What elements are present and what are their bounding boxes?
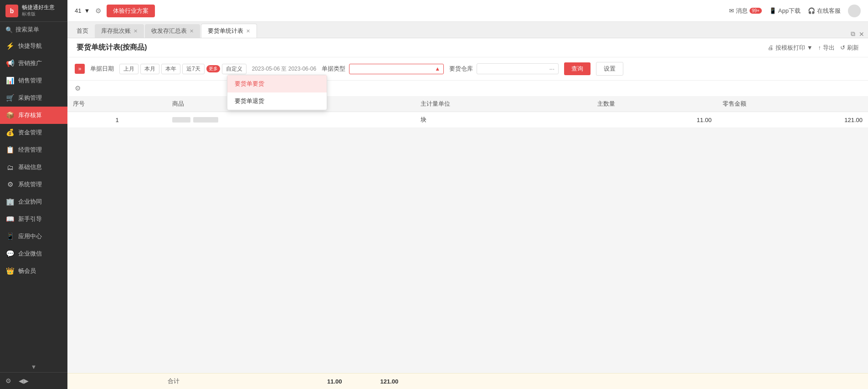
type-dropdown: 要货单要货 要货单退货 <box>227 75 327 110</box>
sidebar-logo: b 畅捷通好生意 标准版 <box>0 0 67 22</box>
table-header-row: 序号 商品 主计量单位 主数量 零售金额 <box>67 96 868 112</box>
col-amount: 零售金额 <box>717 96 868 112</box>
print-icon: 🖨 <box>768 44 774 51</box>
export-icon: ↑ <box>818 44 822 51</box>
filter-expand-button[interactable]: » <box>75 64 85 74</box>
brand-icon: b <box>5 5 18 17</box>
refresh-button[interactable]: ↺ 刷新 <box>840 44 859 52</box>
sidebar-item-finance[interactable]: 💰 资金管理 <box>0 124 67 141</box>
sidebar-item-purchase[interactable]: 🛒 采购管理 <box>0 89 67 107</box>
sidebar-item-wechat[interactable]: 💬 企业微信 <box>0 245 67 262</box>
main-area: 41 ▼ ⚙ 体验行业方案 ✉ 消息 99+ 📱 App下载 🎧 在线客服 首页 <box>67 0 868 389</box>
dropdown-item-order-return[interactable]: 要货单退货 <box>227 92 327 110</box>
tab-close-inventory-batch[interactable]: ✕ <box>134 28 138 34</box>
sidebar-item-inventory[interactable]: 📦 库存核算 <box>0 107 67 124</box>
table-toolbar: ⚙ <box>67 81 868 96</box>
query-button[interactable]: 查询 <box>564 62 591 75</box>
sidebar-bottom: ⚙ ◀▶ <box>0 372 67 389</box>
basic-icon: 🗂 <box>5 164 15 171</box>
sidebar-item-sales[interactable]: 📊 销售管理 <box>0 72 67 89</box>
date-range-display: 2023-05-06 至 2023-06-06 <box>252 65 316 73</box>
tab-inventory-batch[interactable]: 库存批次账 ✕ <box>95 24 144 38</box>
data-table: 序号 商品 主计量单位 主数量 零售金额 1 <box>67 96 868 128</box>
settings-button[interactable]: ⚙ <box>5 377 11 384</box>
sidebar-item-system[interactable]: ⚙ 系统管理 <box>0 176 67 193</box>
warehouse-filter-section: 要货仓库 ··· <box>449 63 559 74</box>
tabs-bar: 首页 库存批次账 ✕ 收发存汇总表 ✕ 要货单统计表 ✕ ⧉ ✕ <box>67 22 868 38</box>
table-footer-wrapper: 合计 11.00 121.00 <box>67 373 868 389</box>
type-label: 单据类型 <box>322 65 345 73</box>
search-menu[interactable]: 🔍 搜索菜单 <box>0 22 67 37</box>
avatar[interactable] <box>848 5 861 17</box>
sidebar-item-member[interactable]: 👑 畅会员 <box>0 262 67 280</box>
export-button[interactable]: ↑ 导出 <box>818 44 835 52</box>
message-icon: ✉ <box>729 7 734 14</box>
filter-settings-button[interactable]: 设置 <box>596 62 623 76</box>
last-month-button[interactable]: 上月 <box>119 64 139 74</box>
filter-bar: » 单据日期 上月 本月 本年 近7天 更多 自定义 2023-05-06 至 … <box>67 57 868 81</box>
system-icon: ⚙ <box>5 180 15 189</box>
col-unit: 主计量单位 <box>415 96 592 112</box>
sidebar-item-basic[interactable]: 🗂 基础信息 <box>0 159 67 176</box>
operations-icon: 📋 <box>5 146 15 154</box>
tab-home[interactable]: 首页 <box>71 24 94 38</box>
sidebar: b 畅捷通好生意 标准版 🔍 搜索菜单 ⚡ 快捷导航 📢 营销推广 📊 销售管理… <box>0 0 67 389</box>
custom-date-button[interactable]: 自定义 <box>222 64 247 74</box>
page-title: 要货单统计表(按商品) <box>77 43 147 52</box>
cell-product <box>167 112 415 128</box>
collapse-button[interactable]: ◀▶ <box>19 377 29 384</box>
product-name-placeholder <box>172 117 410 123</box>
window-close-button[interactable]: ✕ <box>859 31 864 38</box>
window-restore-button[interactable]: ⧉ <box>851 30 855 38</box>
footer-quantity: 11.00 <box>322 378 348 385</box>
guide-icon: 📖 <box>5 215 15 223</box>
company-number: 41 <box>75 7 81 14</box>
table-row: 1 块 11.00 121.00 <box>67 112 868 128</box>
table-settings-icon[interactable]: ⚙ <box>75 84 81 92</box>
footer-amount: 121.00 <box>375 378 404 385</box>
print-button[interactable]: 🖨 按模板打印 ▼ <box>768 44 813 52</box>
tab-close-receive-summary[interactable]: ✕ <box>190 28 194 34</box>
chevron-down-icon: ▼ <box>84 7 90 14</box>
marketing-icon: 📢 <box>5 59 15 67</box>
refresh-icon: ↺ <box>840 44 845 51</box>
company-selector[interactable]: 41 ▼ <box>75 7 90 14</box>
sidebar-item-app[interactable]: 📱 应用中心 <box>0 228 67 245</box>
sidebar-item-quick-nav[interactable]: ⚡ 快捷导航 <box>0 37 67 55</box>
col-quantity: 主数量 <box>592 96 717 112</box>
app-download-button[interactable]: 📱 App下载 <box>769 7 801 15</box>
cell-amount: 121.00 <box>717 112 868 128</box>
purchase-icon: 🛒 <box>5 94 15 102</box>
date-filter-buttons: 上月 本月 本年 近7天 更多 自定义 <box>119 64 247 74</box>
sidebar-item-operations[interactable]: 📋 经营管理 <box>0 141 67 159</box>
type-filter-section: 单据类型 ▲ <box>322 64 444 74</box>
footer-label: 合计 <box>162 377 262 385</box>
online-service-button[interactable]: 🎧 在线客服 <box>808 7 841 15</box>
type-select-input[interactable] <box>349 64 444 74</box>
this-month-button[interactable]: 本月 <box>140 64 159 74</box>
cell-quantity: 11.00 <box>592 112 717 128</box>
dropdown-item-order-goods[interactable]: 要货单要货 <box>227 75 327 92</box>
trial-button[interactable]: 体验行业方案 <box>107 5 155 17</box>
sidebar-item-marketing[interactable]: 📢 营销推广 <box>0 55 67 72</box>
last-7days-button[interactable]: 近7天 <box>182 64 205 74</box>
app-icon: 📱 <box>5 232 15 241</box>
header-gear-icon[interactable]: ⚙ <box>95 7 101 15</box>
sidebar-item-enterprise[interactable]: 🏢 企业协同 <box>0 193 67 210</box>
sidebar-item-guide[interactable]: 📖 新手引导 <box>0 210 67 228</box>
tab-close-order-stats[interactable]: ✕ <box>246 28 250 34</box>
table-footer: 合计 11.00 121.00 <box>67 373 868 389</box>
service-icon: 🎧 <box>808 7 815 14</box>
placeholder-block-2 <box>193 117 218 123</box>
messages-button[interactable]: ✉ 消息 99+ <box>729 7 762 15</box>
print-chevron-icon: ▼ <box>807 44 813 51</box>
tab-order-stats[interactable]: 要货单统计表 ✕ <box>201 24 257 38</box>
warehouse-more-icon[interactable]: ··· <box>549 65 555 72</box>
tab-receive-summary[interactable]: 收发存汇总表 ✕ <box>145 24 200 38</box>
this-year-button[interactable]: 本年 <box>161 64 180 74</box>
warehouse-input[interactable]: ··· <box>477 63 559 74</box>
sales-icon: 📊 <box>5 77 15 85</box>
sidebar-scroll-down[interactable]: ▼ <box>0 362 67 372</box>
cell-unit: 块 <box>415 112 592 128</box>
phone-icon: 📱 <box>769 7 776 14</box>
